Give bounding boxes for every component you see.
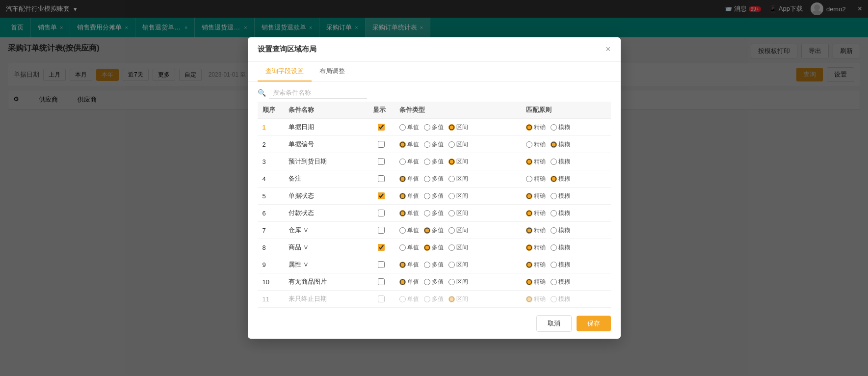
display-checkbox[interactable] xyxy=(378,261,385,268)
match-radio-fuzzy[interactable] xyxy=(551,279,557,285)
type-radio-label-single[interactable]: 单值 xyxy=(399,243,419,252)
type-radio-range[interactable] xyxy=(448,193,455,199)
type-radio-range[interactable] xyxy=(448,227,455,234)
type-radio-range[interactable] xyxy=(448,141,455,148)
type-radio-label-range[interactable]: 区间 xyxy=(448,140,468,149)
type-radio-label-multi[interactable]: 多值 xyxy=(424,158,444,166)
type-radio-multi[interactable] xyxy=(424,124,430,131)
type-radio-range[interactable] xyxy=(448,296,455,302)
type-radio-label-multi[interactable]: 多值 xyxy=(424,123,444,132)
search-input[interactable] xyxy=(269,87,367,99)
match-radio-fuzzy[interactable] xyxy=(551,227,557,234)
type-radio-label-single[interactable]: 单值 xyxy=(399,226,419,235)
match-radio-exact[interactable] xyxy=(526,159,532,165)
type-radio-single[interactable] xyxy=(399,176,406,182)
display-checkbox[interactable] xyxy=(378,192,385,199)
match-radio-exact[interactable] xyxy=(526,227,532,234)
type-radio-single[interactable] xyxy=(399,193,406,199)
type-radio-label-range[interactable]: 区间 xyxy=(448,123,468,132)
type-radio-range[interactable] xyxy=(448,124,455,131)
match-radio-label-fuzzy[interactable]: 模糊 xyxy=(551,158,570,166)
type-radio-range[interactable] xyxy=(448,176,455,182)
type-radio-range[interactable] xyxy=(448,262,455,268)
type-radio-label-multi[interactable]: 多值 xyxy=(424,175,444,183)
display-checkbox[interactable] xyxy=(378,295,385,302)
type-radio-multi[interactable] xyxy=(424,244,430,251)
display-checkbox[interactable] xyxy=(378,278,385,285)
type-radio-single[interactable] xyxy=(399,262,406,268)
display-checkbox[interactable] xyxy=(378,158,385,165)
modal-close-button[interactable]: × xyxy=(605,44,611,54)
display-checkbox[interactable] xyxy=(378,175,385,182)
match-radio-label-exact[interactable]: 精确 xyxy=(526,192,546,200)
match-radio-fuzzy[interactable] xyxy=(551,176,557,182)
type-radio-multi[interactable] xyxy=(424,210,430,216)
match-radio-fuzzy[interactable] xyxy=(551,159,557,165)
type-radio-range[interactable] xyxy=(448,279,455,285)
match-radio-fuzzy[interactable] xyxy=(551,210,557,216)
type-radio-label-multi[interactable]: 多值 xyxy=(424,209,444,217)
type-radio-label-multi[interactable]: 多值 xyxy=(424,278,444,286)
match-radio-label-exact[interactable]: 精确 xyxy=(526,140,546,149)
type-radio-single[interactable] xyxy=(399,210,406,216)
match-radio-exact[interactable] xyxy=(526,279,532,285)
match-radio-fuzzy[interactable] xyxy=(551,141,557,148)
type-radio-range[interactable] xyxy=(448,159,455,165)
display-checkbox[interactable] xyxy=(378,124,385,131)
match-radio-label-fuzzy[interactable]: 模糊 xyxy=(551,278,570,286)
type-radio-label-single[interactable]: 单值 xyxy=(399,278,419,286)
match-radio-label-fuzzy[interactable]: 模糊 xyxy=(551,295,570,303)
match-radio-exact[interactable] xyxy=(526,210,532,216)
tab-query-fields[interactable]: 查询字段设置 xyxy=(258,62,312,81)
match-radio-exact[interactable] xyxy=(526,193,532,199)
match-radio-label-fuzzy[interactable]: 模糊 xyxy=(551,209,570,217)
type-radio-label-multi[interactable]: 多值 xyxy=(424,295,444,303)
type-radio-multi[interactable] xyxy=(424,227,430,234)
match-radio-exact[interactable] xyxy=(526,141,532,148)
match-radio-label-fuzzy[interactable]: 模糊 xyxy=(551,123,570,132)
type-radio-range[interactable] xyxy=(448,244,455,251)
type-radio-label-single[interactable]: 单值 xyxy=(399,175,419,183)
match-radio-label-exact[interactable]: 精确 xyxy=(526,158,546,166)
type-radio-single[interactable] xyxy=(399,296,406,302)
type-radio-label-multi[interactable]: 多值 xyxy=(424,192,444,200)
match-radio-label-exact[interactable]: 精确 xyxy=(526,243,546,252)
type-radio-single[interactable] xyxy=(399,124,406,131)
type-radio-label-range[interactable]: 区间 xyxy=(448,192,468,200)
type-radio-label-single[interactable]: 单值 xyxy=(399,209,419,217)
type-radio-single[interactable] xyxy=(399,244,406,251)
type-radio-label-range[interactable]: 区间 xyxy=(448,209,468,217)
match-radio-fuzzy[interactable] xyxy=(551,193,557,199)
match-radio-label-exact[interactable]: 精确 xyxy=(526,209,546,217)
type-radio-label-range[interactable]: 区间 xyxy=(448,295,468,303)
match-radio-exact[interactable] xyxy=(526,244,532,251)
match-radio-label-fuzzy[interactable]: 模糊 xyxy=(551,140,570,149)
match-radio-label-fuzzy[interactable]: 模糊 xyxy=(551,226,570,235)
cancel-button[interactable]: 取消 xyxy=(536,315,572,332)
type-radio-label-multi[interactable]: 多值 xyxy=(424,261,444,269)
type-radio-multi[interactable] xyxy=(424,159,430,165)
match-radio-label-fuzzy[interactable]: 模糊 xyxy=(551,243,570,252)
type-radio-label-single[interactable]: 单值 xyxy=(399,123,419,132)
type-radio-multi[interactable] xyxy=(424,176,430,182)
match-radio-fuzzy[interactable] xyxy=(551,124,557,131)
match-radio-exact[interactable] xyxy=(526,262,532,268)
type-radio-label-range[interactable]: 区间 xyxy=(448,243,468,252)
type-radio-label-range[interactable]: 区间 xyxy=(448,261,468,269)
type-radio-multi[interactable] xyxy=(424,193,430,199)
match-radio-fuzzy[interactable] xyxy=(551,244,557,251)
type-radio-label-single[interactable]: 单值 xyxy=(399,192,419,200)
match-radio-label-exact[interactable]: 精确 xyxy=(526,175,546,183)
match-radio-exact[interactable] xyxy=(526,176,532,182)
type-radio-single[interactable] xyxy=(399,141,406,148)
type-radio-multi[interactable] xyxy=(424,296,430,302)
save-button[interactable]: 保存 xyxy=(577,316,611,331)
type-radio-single[interactable] xyxy=(399,279,406,285)
type-radio-label-single[interactable]: 单值 xyxy=(399,158,419,166)
match-radio-label-exact[interactable]: 精确 xyxy=(526,261,546,269)
type-radio-label-multi[interactable]: 多值 xyxy=(424,226,444,235)
match-radio-label-exact[interactable]: 精确 xyxy=(526,295,546,303)
display-checkbox[interactable] xyxy=(378,210,385,216)
type-radio-label-range[interactable]: 区间 xyxy=(448,158,468,166)
match-radio-label-fuzzy[interactable]: 模糊 xyxy=(551,175,570,183)
